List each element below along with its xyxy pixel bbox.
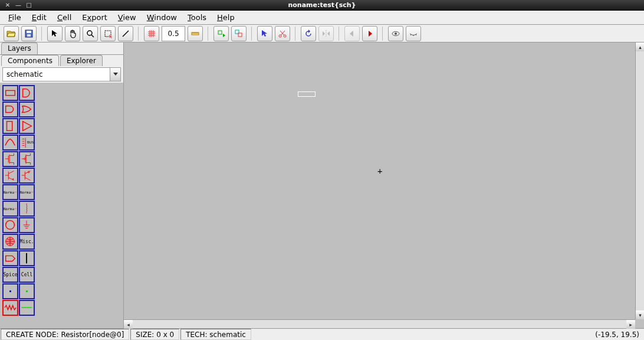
palette-bus[interactable]: BUS xyxy=(19,135,35,151)
svg-point-14 xyxy=(395,32,397,35)
pan-button[interactable] xyxy=(65,26,80,41)
palette-amplifier[interactable] xyxy=(19,118,35,134)
grid-icon xyxy=(147,29,156,38)
zoom-button[interactable] xyxy=(83,26,98,41)
svg-text:BUS: BUS xyxy=(27,140,34,144)
grid-size-input[interactable]: 0.5 xyxy=(162,26,185,41)
horizontal-scrollbar[interactable]: ◂ ▸ xyxy=(124,319,635,328)
palette-spice[interactable]: Spice xyxy=(2,267,18,283)
palette-nmos[interactable] xyxy=(2,151,18,167)
palette-npn[interactable] xyxy=(2,168,18,184)
scroll-h-track[interactable] xyxy=(133,320,626,328)
menubar: File Edit Cell Export View Window Tools … xyxy=(0,11,644,25)
rotate-icon xyxy=(304,29,313,38)
scroll-down-button[interactable]: ▾ xyxy=(636,310,644,319)
svg-rect-15 xyxy=(6,90,15,95)
menu-cell[interactable]: Cell xyxy=(52,11,76,24)
menu-file[interactable]: File xyxy=(4,11,26,24)
mirror-button[interactable] xyxy=(318,26,334,41)
palette-and-gate[interactable] xyxy=(2,102,18,117)
select-button[interactable] xyxy=(257,26,272,41)
menu-tools[interactable]: Tools xyxy=(183,11,211,24)
minimize-icon[interactable]: — xyxy=(15,2,21,8)
palette-source[interactable] xyxy=(2,217,18,233)
grid-button[interactable] xyxy=(144,26,159,41)
arrow-right-icon xyxy=(365,29,374,38)
menu-help[interactable]: Help xyxy=(212,11,239,24)
mirror-icon xyxy=(321,29,331,38)
save-button[interactable] xyxy=(21,26,37,41)
palette-pmos[interactable] xyxy=(19,151,35,167)
magnifier-icon xyxy=(86,29,95,38)
back-button[interactable] xyxy=(344,26,360,41)
palette-wire[interactable] xyxy=(2,135,18,151)
selection-box xyxy=(298,91,316,97)
marquee-icon xyxy=(103,29,113,38)
chevron-down-icon xyxy=(113,73,118,76)
palette-net[interactable] xyxy=(19,300,35,316)
close-icon[interactable]: ✕ xyxy=(5,2,11,8)
palette-pnp[interactable] xyxy=(19,168,35,184)
duplicate-icon xyxy=(234,29,244,38)
palette-capacitor[interactable]: Norma xyxy=(2,201,18,217)
palette-cell[interactable]: Cell xyxy=(19,267,35,283)
open-button[interactable] xyxy=(4,26,19,41)
hide-button[interactable] xyxy=(406,26,421,41)
measure-button[interactable] xyxy=(188,26,203,41)
arrow-left-icon xyxy=(347,29,357,38)
move-icon xyxy=(216,29,226,38)
menu-export[interactable]: Export xyxy=(77,11,112,24)
status-size: SIZE: 0 x 0 xyxy=(130,329,179,340)
tab-components[interactable]: Components xyxy=(1,55,59,66)
palette-buffer[interactable] xyxy=(19,85,35,101)
left-panel: Layers Components Explorer schematic xyxy=(0,42,124,328)
scroll-right-button[interactable]: ▸ xyxy=(626,320,635,329)
dropdown-button[interactable] xyxy=(110,68,120,81)
vertical-scrollbar[interactable]: ▴ ▾ xyxy=(635,42,644,319)
status-tech: TECH: schematic xyxy=(180,329,251,340)
component-category-select[interactable]: schematic xyxy=(2,67,121,81)
palette-offpage[interactable] xyxy=(2,250,18,266)
palette-resistor-h[interactable] xyxy=(2,300,18,316)
palette-pin[interactable] xyxy=(2,85,18,101)
palette-probe[interactable] xyxy=(19,250,35,266)
scroll-left-button[interactable]: ◂ xyxy=(124,320,133,329)
show-button[interactable] xyxy=(388,26,403,41)
menu-window[interactable]: Window xyxy=(142,11,182,24)
cut-button[interactable] xyxy=(275,26,290,41)
scroll-v-track[interactable] xyxy=(636,51,644,310)
palette-inductor[interactable] xyxy=(19,201,35,217)
arrow-icon xyxy=(260,29,270,38)
palette-resistor1[interactable]: Norma xyxy=(2,184,18,200)
scroll-up-button[interactable]: ▴ xyxy=(636,42,644,51)
wire-button[interactable] xyxy=(118,26,133,41)
eye-closed-icon xyxy=(409,29,418,38)
schematic-canvas[interactable]: + xyxy=(124,42,644,328)
palette-resistor2[interactable]: Norma xyxy=(19,184,35,200)
status-create-node: CREATE NODE: Resistor[node@0] xyxy=(1,329,129,340)
palette-box[interactable] xyxy=(2,118,18,134)
menu-view[interactable]: View xyxy=(113,11,141,24)
forward-button[interactable] xyxy=(362,26,377,41)
tab-layers[interactable]: Layers xyxy=(1,42,38,54)
palette-node-green[interactable] xyxy=(19,283,35,299)
ruler-icon xyxy=(190,29,200,38)
tab-explorer[interactable]: Explorer xyxy=(60,55,103,66)
palette-ground[interactable] xyxy=(19,217,35,233)
statusbar: CREATE NODE: Resistor[node@0] SIZE: 0 x … xyxy=(0,328,644,340)
menu-edit[interactable]: Edit xyxy=(27,11,51,24)
rotate-button[interactable] xyxy=(301,26,316,41)
eye-open-icon xyxy=(391,29,400,38)
palette-or-gate[interactable] xyxy=(19,102,35,117)
area-button[interactable] xyxy=(100,26,116,41)
copy-button[interactable] xyxy=(231,26,247,41)
svg-line-6 xyxy=(123,31,129,37)
hand-icon xyxy=(68,29,77,38)
palette-misc[interactable]: Misc. xyxy=(19,234,35,250)
move-button[interactable] xyxy=(213,26,229,41)
pointer-button[interactable] xyxy=(47,26,63,41)
svg-rect-8 xyxy=(218,31,222,34)
palette-node-blue[interactable] xyxy=(2,283,18,299)
maximize-icon[interactable]: □ xyxy=(26,2,32,8)
palette-global[interactable] xyxy=(2,234,18,250)
